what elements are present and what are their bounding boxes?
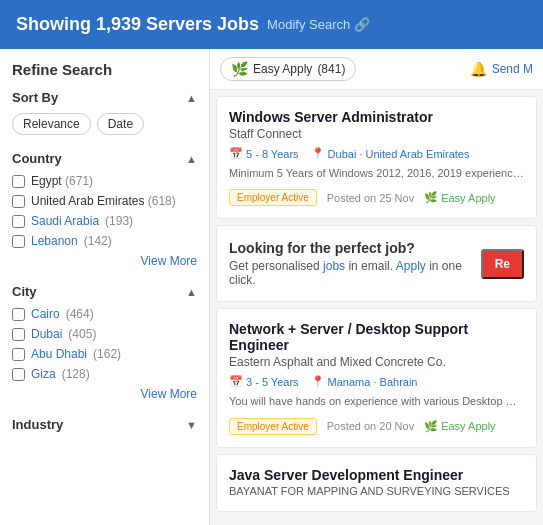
content-area: 🌿 Easy Apply (841) 🔔 Send M Windows Serv… [210,49,543,525]
sort-buttons: Relevance Date [12,113,197,135]
easy-apply-filter[interactable]: 🌿 Easy Apply (841) [220,57,356,81]
job-desc-1: Minimum 5 Years of Windows 2012, 2016, 2… [229,166,524,181]
promo-text: Looking for the perfect job? Get persona… [229,240,481,287]
city-checkbox-abudhabi[interactable] [12,348,25,361]
sort-by-section: Sort By ▲ Relevance Date [12,90,197,135]
city-item-abudhabi[interactable]: Abu Dhabi (162) [12,347,197,361]
sort-date-button[interactable]: Date [97,113,144,135]
industry-header[interactable]: Industry ▼ [12,417,197,432]
location-icon: 📍 [311,147,325,160]
country-item-uae[interactable]: United Arab Emirates (618) [12,194,197,208]
city-checkbox-dubai[interactable] [12,328,25,341]
briefcase-icon: 📅 [229,147,243,160]
employer-badge-1: Employer Active [229,189,317,206]
job-title-1[interactable]: Windows Server Administrator [229,109,524,125]
country-checkbox-egypt[interactable] [12,175,25,188]
easy-apply-filter-label: Easy Apply [253,62,312,76]
country-checkbox-saudi[interactable] [12,215,25,228]
leaf-icon-job1: 🌿 [424,191,438,204]
promo-line2: Get personalised jobs in email. Apply in… [229,259,481,287]
city-item-dubai[interactable]: Dubai (405) [12,327,197,341]
posted-date-2: Posted on 20 Nov [327,420,414,432]
page-title: Showing 1,939 Servers Jobs [16,14,259,35]
easy-apply-link-2[interactable]: 🌿 Easy Apply [424,420,495,433]
job-company-1: Staff Connect [229,127,524,141]
promo-register-button[interactable]: Re [481,249,524,279]
country-item-saudi[interactable]: Saudi Arabia (193) [12,214,197,228]
briefcase-icon-2: 📅 [229,375,243,388]
sort-relevance-button[interactable]: Relevance [12,113,91,135]
city-item-giza[interactable]: Giza (128) [12,367,197,381]
city-label: City [12,284,37,299]
link-icon: 🔗 [354,17,370,32]
city-section: City ▲ Cairo (464) Dubai (405) Abu Dhabi… [12,284,197,401]
city-chevron-icon: ▲ [186,286,197,298]
job-footer-1: Employer Active Posted on 25 Nov 🌿 Easy … [229,189,524,206]
job-title-2[interactable]: Network + Server / Desktop Support Engin… [229,321,524,353]
job-card-2: Network + Server / Desktop Support Engin… [216,308,537,447]
sort-by-header: Sort By ▲ [12,90,197,105]
job-card-1: Windows Server Administrator Staff Conne… [216,96,537,219]
notify-label: Send M [492,62,533,76]
modify-search-label: Modify Search [267,17,350,32]
leaf-icon-job2: 🌿 [424,420,438,433]
sidebar: Refine Search Sort By ▲ Relevance Date C… [0,49,210,525]
notify-button[interactable]: 🔔 Send M [470,61,533,77]
easy-apply-filter-count: (841) [317,62,345,76]
filter-bar: 🌿 Easy Apply (841) 🔔 Send M [210,49,543,90]
sidebar-title: Refine Search [12,61,197,78]
country-checkbox-uae[interactable] [12,195,25,208]
modify-search-link[interactable]: Modify Search 🔗 [267,17,370,32]
country-section: Country ▲ Egypt (671) United Arab Emirat… [12,151,197,268]
employer-badge-2: Employer Active [229,418,317,435]
sort-by-label: Sort By [12,90,58,105]
industry-section: Industry ▼ [12,417,197,432]
industry-label: Industry [12,417,63,432]
job-title-3[interactable]: Java Server Development Engineer [229,467,524,483]
job-meta-1: 📅5 - 8 Years 📍Dubai · United Arab Emirat… [229,147,524,160]
promo-apply-link[interactable]: Apply [396,259,426,273]
job-footer-2: Employer Active Posted on 20 Nov 🌿 Easy … [229,418,524,435]
country-checkbox-lebanon[interactable] [12,235,25,248]
location-icon-2: 📍 [311,375,325,388]
country-header: Country ▲ [12,151,197,166]
page-header: Showing 1,939 Servers Jobs Modify Search… [0,0,543,49]
bell-icon: 🔔 [470,61,487,77]
job-meta-2: 📅3 - 5 Years 📍Manama · Bahrain [229,375,524,388]
city-header: City ▲ [12,284,197,299]
country-item-egypt[interactable]: Egypt (671) [12,174,197,188]
city-checkbox-cairo[interactable] [12,308,25,321]
job-company-2: Eastern Asphalt and Mixed Concrete Co. [229,355,524,369]
city-checkbox-giza[interactable] [12,368,25,381]
country-view-more[interactable]: View More [12,254,197,268]
country-label: Country [12,151,62,166]
city-view-more[interactable]: View More [12,387,197,401]
promo-card: Looking for the perfect job? Get persona… [216,225,537,302]
easy-apply-link-1[interactable]: 🌿 Easy Apply [424,191,495,204]
promo-line1: Looking for the perfect job? [229,240,481,256]
posted-date-1: Posted on 25 Nov [327,192,414,204]
promo-jobs-link[interactable]: jobs [323,259,345,273]
job-company-3: BAYANAT FOR MAPPING AND SURVEYING SERVIC… [229,485,524,497]
sort-by-chevron-icon: ▲ [186,92,197,104]
city-item-cairo[interactable]: Cairo (464) [12,307,197,321]
job-card-3: Java Server Development Engineer BAYANAT… [216,454,537,512]
industry-chevron-icon: ▼ [186,419,197,431]
country-chevron-icon: ▲ [186,153,197,165]
main-layout: Refine Search Sort By ▲ Relevance Date C… [0,49,543,525]
country-item-lebanon[interactable]: Lebanon (142) [12,234,197,248]
leaf-icon: 🌿 [231,61,248,77]
job-desc-2: You will have hands on experience with v… [229,394,524,409]
